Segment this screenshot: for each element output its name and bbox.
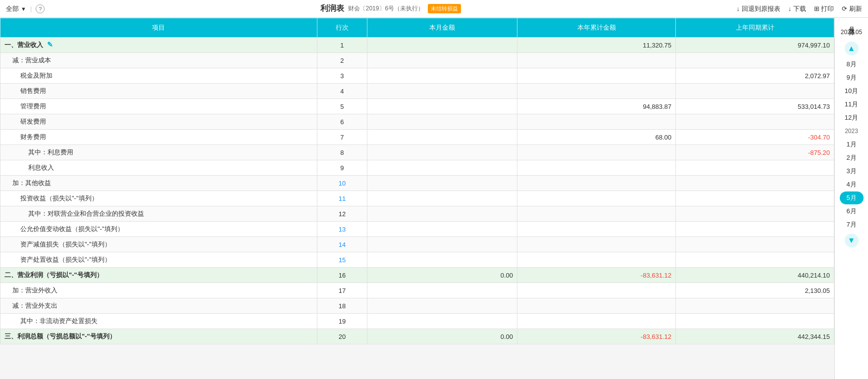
cell-row-num: 7 [317, 130, 367, 145]
cell-row-num: 1 [317, 38, 367, 53]
cell-prev: 2,072.97 [676, 68, 834, 84]
table-row: 减：营业成本2 [0, 53, 834, 68]
nav-down-button[interactable]: ▼ [845, 234, 859, 247]
cell-prev [676, 176, 834, 191]
report-table: 项目 行次 本月金额 本年累计金额 上年同期累计 一、营业收入✎111,320.… [0, 18, 834, 344]
cell-prev: 533,014.73 [676, 99, 834, 114]
cell-month [367, 38, 517, 53]
cell-month [367, 84, 517, 99]
cell-row-num: 4 [317, 84, 367, 99]
cell-prev: -304.70 [676, 130, 834, 145]
cell-month [367, 160, 517, 176]
cell-item: 其中：非流动资产处置损失 [0, 314, 317, 329]
cell-item: 加：营业外收入 [0, 283, 317, 298]
cell-month [367, 99, 517, 114]
cell-row-num: 16 [317, 268, 367, 283]
table-area: 项目 行次 本月金额 本年累计金额 上年同期累计 一、营业收入✎111,320.… [0, 18, 834, 379]
cell-item: 二、营业利润（亏损以"-"号填列） [0, 268, 317, 283]
cell-prev [676, 222, 834, 237]
cell-prev [676, 298, 834, 314]
refresh-button[interactable]: ⟳ 刷新 [842, 4, 862, 13]
cell-item: 利息收入 [0, 160, 317, 176]
cell-item: 三、利润总额（亏损总额以"-"号填列） [0, 329, 317, 344]
cell-item: 一、营业收入✎ [0, 38, 317, 53]
table-row: 其中：非流动资产处置损失19 [0, 314, 834, 329]
side-panel: 月份选择 2023.05 ▲ 8月9月10月11月12月20231月2月3月4月… [834, 18, 868, 379]
cell-prev: 974,997.10 [676, 38, 834, 53]
header-month: 本月金额 [367, 18, 517, 38]
edit-icon[interactable]: ✎ [47, 41, 53, 48]
table-row: 资产处置收益（损失以"-"填列）15 [0, 252, 834, 268]
cell-month: 0.00 [367, 329, 517, 344]
all-button[interactable]: 全部 ▼ [6, 4, 26, 13]
table-row: 资产减值损失（损失以"-"填列）14 [0, 237, 834, 252]
cell-item: 减：营业外支出 [0, 298, 317, 314]
table-row: 三、利润总额（亏损总额以"-"号填列）200.00-83,631.12442,3… [0, 329, 834, 344]
cell-row-num: 6 [317, 114, 367, 130]
cell-year [517, 283, 676, 298]
cell-item: 研发费用 [0, 114, 317, 130]
print-button[interactable]: ⊞ 打印 [814, 4, 834, 13]
cell-row-num: 10 [317, 176, 367, 191]
nav-up-button[interactable]: ▲ [845, 42, 859, 55]
cell-row-num: 2 [317, 53, 367, 68]
cell-item: 税金及附加 [0, 68, 317, 84]
cell-month: 0.00 [367, 268, 517, 283]
print-label: ⊞ 打印 [814, 4, 834, 13]
table-row: 其中：利息费用8-875.20 [0, 145, 834, 160]
cell-row-num: 11 [317, 191, 367, 206]
cell-month [367, 206, 517, 222]
cell-item: 资产处置收益（损失以"-"填列） [0, 252, 317, 268]
month-item[interactable]: 12月 [840, 111, 864, 124]
cell-row-num: 13 [317, 222, 367, 237]
month-item[interactable]: 9月 [840, 71, 864, 84]
month-item[interactable]: 2月 [840, 151, 864, 164]
month-item[interactable]: 8月 [840, 58, 864, 71]
cell-prev [676, 53, 834, 68]
cell-year [517, 160, 676, 176]
cell-item: 加：其他收益 [0, 176, 317, 191]
month-item[interactable]: 2023 [840, 125, 864, 138]
month-item[interactable]: 6月 [840, 205, 864, 218]
status-badge[interactable]: 未结转损益 [428, 4, 461, 13]
cell-year [517, 314, 676, 329]
month-item[interactable]: 1月 [840, 138, 864, 151]
month-item[interactable]: 11月 [840, 98, 864, 111]
table-row: 加：其他收益10 [0, 176, 834, 191]
cell-row-num: 15 [317, 252, 367, 268]
all-label: 全部 [6, 4, 19, 13]
table-row: 公允价值变动收益（损失以"-"填列）13 [0, 222, 834, 237]
refresh-label: ⟳ 刷新 [842, 4, 862, 13]
cell-year [517, 191, 676, 206]
table-row: 利息收入9 [0, 160, 834, 176]
cell-year: -83,631.12 [517, 268, 676, 283]
cell-row-num: 12 [317, 206, 367, 222]
cell-row-num: 8 [317, 145, 367, 160]
cell-year: 68.00 [517, 130, 676, 145]
cell-month [367, 130, 517, 145]
table-row: 税金及附加32,072.97 [0, 68, 834, 84]
month-item[interactable]: 7月 [840, 218, 864, 231]
download-button[interactable]: ↓ 下载 [788, 4, 806, 13]
month-item[interactable]: 10月 [840, 85, 864, 97]
cell-month [367, 314, 517, 329]
main-container: 项目 行次 本月金额 本年累计金额 上年同期累计 一、营业收入✎111,320.… [0, 18, 868, 379]
cell-prev [676, 237, 834, 252]
cell-item: 资产减值损失（损失以"-"填列） [0, 237, 317, 252]
month-item[interactable]: 4月 [840, 178, 864, 191]
back-button[interactable]: ↓ 回退到原报表 [737, 4, 780, 13]
cell-prev [676, 252, 834, 268]
report-title: 利润表 [320, 3, 344, 14]
month-item[interactable]: 5月 [840, 191, 864, 204]
month-item[interactable]: 3月 [840, 165, 864, 178]
cell-month [367, 114, 517, 130]
divider: | [30, 5, 32, 12]
help-icon[interactable]: ? [36, 4, 45, 13]
header-prev: 上年同期累计 [676, 18, 834, 38]
side-panel-title: 月份选择 [847, 22, 856, 26]
header-year: 本年累计金额 [517, 18, 676, 38]
top-center: 利润表 财会〔2019〕6号（未执行） 未结转损益 [320, 3, 461, 14]
cell-item: 其中：对联营企业和合营企业的投资收益 [0, 206, 317, 222]
cell-row-num: 14 [317, 237, 367, 252]
table-row: 二、营业利润（亏损以"-"号填列）160.00-83,631.12440,214… [0, 268, 834, 283]
